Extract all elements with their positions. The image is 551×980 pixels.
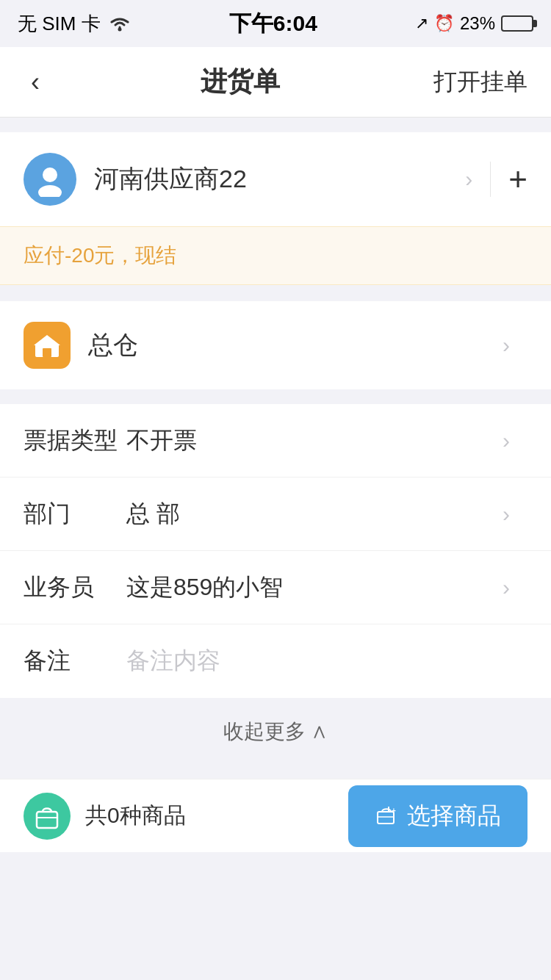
select-product-label: 选择商品 [407, 800, 501, 832]
status-bar: 无 SIM 卡 下午6:04 ↗ ⏰ 23% [0, 0, 551, 47]
carrier-label: 无 SIM 卡 [18, 11, 101, 37]
svg-point-0 [118, 28, 121, 32]
salesman-row[interactable]: 业务员 这是859的小智 › [0, 551, 551, 624]
section-divider-1 [0, 287, 551, 301]
supplier-avatar [24, 153, 76, 206]
product-bag-icon [32, 801, 62, 831]
open-pending-button[interactable]: 打开挂单 [433, 66, 527, 98]
product-count-label: 共0种商品 [85, 801, 348, 831]
salesman-value: 这是859的小智 [126, 572, 503, 604]
bottom-bar: 共0种商品 + 选择商品 [0, 779, 551, 852]
notice-text: 应付-20元，现结 [24, 244, 176, 267]
alarm-icon: ⏰ [434, 14, 454, 33]
warehouse-row[interactable]: 总仓 › [0, 301, 551, 389]
nav-bar: ‹ 进货单 打开挂单 [0, 47, 551, 118]
person-icon [32, 162, 68, 197]
time-label: 下午6:04 [229, 9, 317, 39]
wifi-icon [108, 15, 132, 32]
invoice-value: 不开票 [126, 425, 503, 457]
warehouse-icon [32, 331, 62, 360]
supplier-row[interactable]: 河南供应商22 › + [0, 132, 551, 226]
form-section: 票据类型 不开票 › 部门 总 部 › 业务员 这是859的小智 › 备注 备注… [0, 404, 551, 698]
svg-point-1 [43, 167, 57, 182]
salesman-chevron-icon: › [503, 575, 510, 600]
remark-label: 备注 [24, 645, 126, 677]
warehouse-chevron-icon: › [503, 333, 510, 358]
salesman-label: 业务员 [24, 572, 126, 604]
department-row[interactable]: 部门 总 部 › [0, 478, 551, 551]
department-chevron-icon: › [503, 502, 510, 527]
select-product-button[interactable]: + 选择商品 [348, 785, 527, 847]
svg-point-2 [38, 185, 62, 197]
location-icon: ↗ [415, 14, 428, 33]
collapse-label: 收起更多 ∧ [223, 718, 328, 746]
cart-icon: + [375, 804, 398, 828]
warehouse-icon-container [24, 322, 71, 369]
notice-banner: 应付-20元，现结 [0, 226, 551, 285]
chevron-right-icon: › [465, 167, 472, 192]
supplier-card: 河南供应商22 › + 应付-20元，现结 [0, 132, 551, 285]
svg-rect-5 [43, 348, 51, 357]
battery-label: 23% [460, 13, 495, 34]
vertical-divider [490, 162, 491, 197]
svg-rect-6 [37, 812, 57, 828]
svg-marker-4 [34, 335, 60, 345]
battery-icon [501, 15, 533, 32]
remark-row[interactable]: 备注 备注内容 [0, 624, 551, 698]
svg-text:+: + [392, 807, 396, 815]
section-gap-1 [0, 118, 551, 132]
invoice-chevron-icon: › [503, 428, 510, 453]
nav-title: 进货单 [201, 64, 280, 100]
collapse-row[interactable]: 收起更多 ∧ [0, 699, 551, 764]
invoice-row[interactable]: 票据类型 不开票 › [0, 404, 551, 478]
background-area [0, 852, 551, 980]
remark-placeholder: 备注内容 [126, 645, 527, 677]
department-label: 部门 [24, 498, 126, 530]
supplier-name: 河南供应商22 [94, 162, 465, 196]
department-value: 总 部 [126, 498, 503, 530]
warehouse-name: 总仓 [88, 328, 503, 362]
status-left: 无 SIM 卡 [18, 11, 132, 37]
status-right: ↗ ⏰ 23% [415, 13, 533, 34]
product-icon-container [24, 793, 71, 840]
invoice-label: 票据类型 [24, 425, 126, 457]
add-supplier-button[interactable]: + [508, 163, 527, 195]
back-button[interactable]: ‹ [24, 60, 47, 105]
